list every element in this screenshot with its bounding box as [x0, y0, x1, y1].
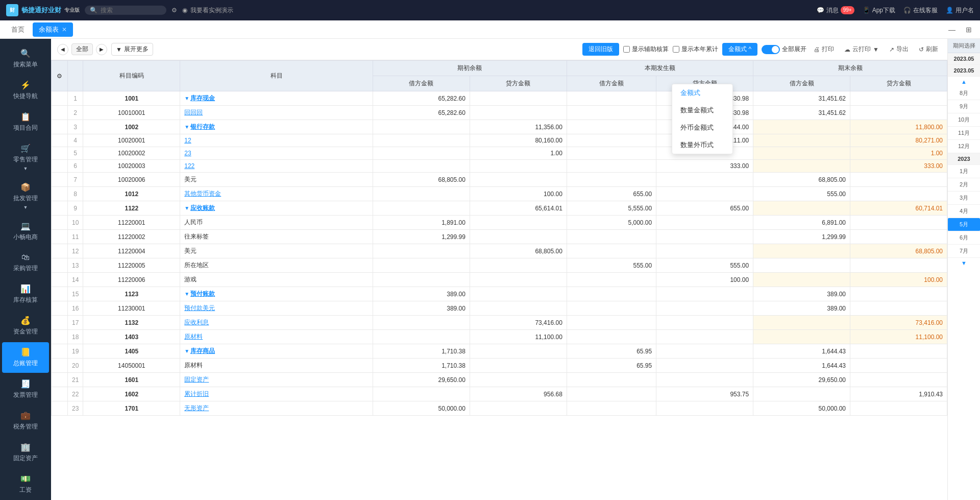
- online-service-btn[interactable]: 🎧 在线客服: [903, 6, 938, 15]
- dropdown-item-foreign-amount[interactable]: 外币金额式: [672, 119, 732, 136]
- period-sep[interactable]: 9月: [948, 100, 980, 113]
- sidebar-item-retail[interactable]: 🛒 零售管理 ▼: [2, 138, 49, 176]
- period-aug[interactable]: 8月: [948, 87, 980, 100]
- sidebar-item-tax[interactable]: 💼 税务管理: [2, 406, 49, 436]
- show-assist-input[interactable]: [623, 46, 630, 53]
- dropdown-item-amount[interactable]: 金额式: [672, 84, 732, 102]
- account-name[interactable]: 应收利息: [184, 319, 209, 326]
- table-row[interactable]: 10 11220001 人民币 1,891.00 5,000.00 6,891.…: [52, 216, 947, 230]
- account-name[interactable]: 固定资产: [184, 376, 209, 383]
- period-oct[interactable]: 10月: [948, 113, 980, 127]
- sidebar-item-fixed[interactable]: 🏢 固定资产: [2, 437, 49, 468]
- table-row[interactable]: 16 11230001 预付款美元 389.00 389.00: [52, 301, 947, 316]
- window-max-btn[interactable]: ⊞: [963, 25, 975, 35]
- user-avatar[interactable]: 👤 用户名: [946, 6, 974, 15]
- nav-forward-btn[interactable]: ▶: [96, 44, 107, 55]
- table-row[interactable]: 2 10010001 回回回 65,282.60 33,830.98 31,45…: [52, 106, 947, 120]
- tab-close-icon[interactable]: ✕: [62, 26, 67, 33]
- cloud-print-btn[interactable]: ☁ 云打印 ▼: [841, 43, 882, 55]
- table-row[interactable]: 7 10020006 美元 68,805.00 68,805.00: [52, 173, 947, 187]
- table-settings-header[interactable]: ⚙: [52, 61, 68, 91]
- period-jan[interactable]: 1月: [948, 165, 980, 178]
- table-row[interactable]: 3 1002 ▼银行存款 11,356.00 444.00 11,800.00: [52, 120, 947, 134]
- table-row[interactable]: 8 1012 其他货币资金 100.00 655.00 555.00: [52, 187, 947, 201]
- period-dec[interactable]: 12月: [948, 140, 980, 153]
- sidebar-item-inventory[interactable]: 📊 库存核算: [2, 279, 49, 309]
- table-row[interactable]: 15 1123 ▼预付账款 389.00 389.00: [52, 287, 947, 301]
- account-name[interactable]: 预付款美元: [184, 304, 215, 312]
- settings-icon[interactable]: ⚙: [172, 7, 177, 14]
- sidebar-item-search[interactable]: 🔍 搜索菜单: [2, 43, 49, 74]
- sidebar-item-capital[interactable]: 💰 资金管理: [2, 311, 49, 341]
- sidebar-item-purchase[interactable]: 🛍 采购管理: [2, 248, 49, 278]
- sidebar-item-invoice[interactable]: 🧾 发票管理: [2, 374, 49, 404]
- table-row[interactable]: 9 1122 ▼应收账款 65,614.01 5,555.00 655.00 6…: [52, 201, 947, 216]
- table-row[interactable]: 22 1602 累计折旧 956.68 953.75 1,910.43: [52, 387, 947, 401]
- account-name[interactable]: 银行存款: [190, 123, 215, 130]
- table-row[interactable]: 20 14050001 原材料 1,710.38 65.95 1,644.43: [52, 359, 947, 373]
- account-name[interactable]: 应收账款: [190, 204, 215, 211]
- refresh-btn[interactable]: ↺ 刷新: [916, 43, 941, 55]
- sidebar-item-wholesale[interactable]: 📦 批发管理 ▼: [2, 177, 49, 215]
- period-may[interactable]: 5月: [948, 218, 980, 231]
- account-name[interactable]: 其他货币资金: [184, 190, 221, 197]
- top-search-area[interactable]: 🔍: [85, 6, 166, 15]
- table-row[interactable]: 21 1601 固定资产 29,650.00 29,650.00: [52, 373, 947, 387]
- table-row[interactable]: 14 11220006 游戏 100.00 100.00: [52, 273, 947, 287]
- return-old-btn[interactable]: 退回旧版: [582, 43, 619, 56]
- account-name[interactable]: 预付账款: [190, 290, 215, 297]
- account-name[interactable]: 无形资产: [184, 404, 209, 412]
- table-row[interactable]: 18 1403 原材料 11,100.00 11,100.00: [52, 330, 947, 344]
- mode-btn[interactable]: 金额式 ^: [722, 43, 757, 56]
- account-name[interactable]: 回回回: [184, 109, 203, 116]
- account-name[interactable]: 原材料: [184, 333, 203, 340]
- table-row[interactable]: 11 11220002 往来标签 1,299.99 1,299.99: [52, 230, 947, 244]
- tab-balance[interactable]: 余额表 ✕: [33, 22, 73, 37]
- app-download-btn[interactable]: 📱 App下载: [863, 6, 895, 15]
- window-min-btn[interactable]: —: [945, 25, 959, 35]
- sidebar-item-salary[interactable]: 💵 工资: [2, 469, 49, 499]
- dropdown-item-qty-foreign[interactable]: 数量外币式: [672, 136, 732, 154]
- show-ytd-checkbox[interactable]: 显示本年累计: [673, 45, 718, 54]
- expand-more-btn[interactable]: ▼ 展开更多: [111, 43, 153, 56]
- account-name[interactable]: 122: [184, 162, 194, 170]
- table-row[interactable]: 23 1701 无形资产 50,000.00 50,000.00: [52, 401, 947, 416]
- account-name[interactable]: 累计折旧: [184, 390, 209, 397]
- export-btn[interactable]: ↗ 导出: [886, 43, 912, 55]
- table-row[interactable]: 13 11220005 所在地区 555.00 555.00: [52, 258, 947, 273]
- period-nov[interactable]: 11月: [948, 127, 980, 140]
- period-jul[interactable]: 7月: [948, 245, 980, 258]
- msg-btn[interactable]: 💬 消息 99+: [817, 6, 854, 15]
- expand-all-toggle[interactable]: [762, 45, 780, 54]
- table-row[interactable]: 4 10020001 12 80,160.00 111.00 80,271.00: [52, 134, 947, 147]
- tab-home[interactable]: 首页: [5, 22, 31, 37]
- period-jun[interactable]: 6月: [948, 231, 980, 245]
- table-row[interactable]: 1 1001 ▼库存现金 65,282.60 33,830.98 31,451.…: [52, 91, 947, 106]
- period-nav-down[interactable]: ▼: [948, 258, 980, 268]
- table-row[interactable]: 5 10020002 23 1.00 1.00: [52, 147, 947, 160]
- table-row[interactable]: 6 10020003 122 333.00 333.00: [52, 160, 947, 173]
- table-row[interactable]: 12 11220004 美元 68,805.00 68,805.00: [52, 244, 947, 258]
- show-ytd-input[interactable]: [673, 46, 679, 53]
- account-name[interactable]: 库存现金: [190, 94, 215, 102]
- period-feb[interactable]: 2月: [948, 178, 980, 192]
- table-row[interactable]: 17 1132 应收利息 73,416.00 73,416.00: [52, 316, 947, 330]
- account-name[interactable]: 12: [184, 137, 191, 144]
- print-btn[interactable]: 🖨 打印: [811, 43, 837, 55]
- breadcrumb-all[interactable]: 全部: [71, 43, 93, 55]
- period-apr[interactable]: 4月: [948, 205, 980, 218]
- account-name[interactable]: 库存商品: [190, 347, 215, 354]
- nav-back-btn[interactable]: ◀: [57, 44, 68, 55]
- demo-link[interactable]: ◉ 我要看实例演示: [182, 6, 233, 15]
- show-assist-checkbox[interactable]: 显示辅助核算: [623, 45, 669, 54]
- dropdown-item-qty-amount[interactable]: 数量金额式: [672, 102, 732, 119]
- period-mar[interactable]: 3月: [948, 192, 980, 205]
- account-name[interactable]: 23: [184, 150, 191, 157]
- sidebar-item-project[interactable]: 📋 项目合同: [2, 107, 49, 137]
- sidebar-item-ledger[interactable]: 📒 总账管理: [2, 342, 49, 373]
- search-input[interactable]: [101, 7, 152, 14]
- sidebar-item-ecommerce[interactable]: 💻 小畅电商: [2, 216, 49, 247]
- table-row[interactable]: 19 1405 ▼库存商品 1,710.38 65.95 1,644.43: [52, 344, 947, 359]
- sidebar-item-quicknav[interactable]: ⚡ 快捷导航: [2, 75, 49, 106]
- period-nav-up[interactable]: ▲: [948, 77, 980, 87]
